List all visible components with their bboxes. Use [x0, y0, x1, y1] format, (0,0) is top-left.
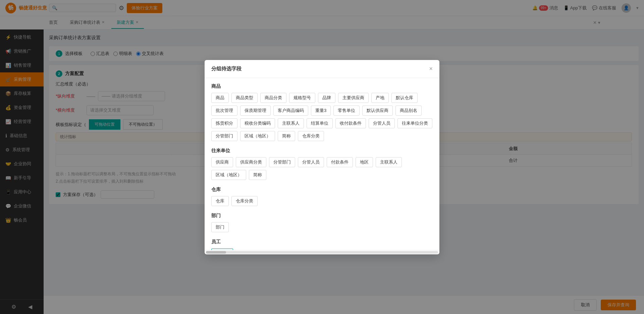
- field-section-1: 往来单位供应商供应商分类分管部门分管人员付款条件地区主联系人区域（地区）简称: [211, 148, 433, 180]
- field-section-4: 员工业务员: [211, 239, 433, 250]
- field-tag-0-12[interactable]: 零售单位: [333, 106, 360, 116]
- field-section-2: 仓库仓库仓库分类: [211, 187, 433, 206]
- field-section-title-0: 商品: [211, 83, 433, 89]
- field-tag-0-4[interactable]: 品牌: [318, 93, 335, 103]
- field-tag-2-0[interactable]: 仓库: [211, 196, 229, 206]
- field-tag-0-5[interactable]: 主要供应商: [338, 93, 369, 103]
- field-tag-0-25[interactable]: 仓库分类: [298, 131, 324, 141]
- field-section-title-4: 员工: [211, 239, 433, 245]
- field-tag-0-21[interactable]: 往来单位分类: [397, 118, 432, 128]
- field-tag-0-20[interactable]: 分管人员: [369, 118, 395, 128]
- modal-header: 分组待选字段 ×: [205, 60, 439, 78]
- hscroll-track: [206, 251, 438, 254]
- field-tag-1-4[interactable]: 付款条件: [327, 157, 353, 167]
- field-tag-0-16[interactable]: 税收分类编码: [240, 118, 275, 128]
- field-tag-3-0[interactable]: 部门: [211, 222, 229, 232]
- field-tag-1-1[interactable]: 供应商分类: [236, 157, 266, 167]
- modal-horizontal-scrollbar[interactable]: [205, 250, 439, 254]
- field-tag-0-7[interactable]: 默认仓库: [391, 93, 418, 103]
- field-tag-1-3[interactable]: 分管人员: [298, 157, 324, 167]
- hscroll-thumb[interactable]: [206, 251, 226, 254]
- modal-title: 分组待选字段: [211, 66, 241, 72]
- modal-overlay: 分组待选字段 × 商品商品商品类型商品分类规格型号品牌主要供应商产地默认仓库批次…: [0, 0, 644, 314]
- field-tag-0-17[interactable]: 主联系人: [278, 118, 304, 128]
- field-tag-0-10[interactable]: 客户商品编码: [273, 106, 308, 116]
- field-tag-0-0[interactable]: 商品: [211, 93, 229, 103]
- field-tag-0-15[interactable]: 拣货积分: [211, 118, 237, 128]
- field-section-title-3: 部门: [211, 213, 433, 219]
- field-section-title-2: 仓库: [211, 187, 433, 193]
- field-tag-0-11[interactable]: 重量3: [311, 106, 331, 116]
- field-section-3: 部门部门: [211, 213, 433, 232]
- field-tag-0-3[interactable]: 规格型号: [289, 93, 315, 103]
- field-section-title-1: 往来单位: [211, 148, 433, 154]
- field-tag-0-6[interactable]: 产地: [371, 93, 389, 103]
- field-tag-0-9[interactable]: 保质期管理: [240, 106, 271, 116]
- field-tag-0-2[interactable]: 商品分类: [260, 93, 286, 103]
- field-tag-1-5[interactable]: 地区: [356, 157, 373, 167]
- field-grid-0: 商品商品类型商品分类规格型号品牌主要供应商产地默认仓库批次管理保质期管理客户商品…: [211, 93, 433, 141]
- field-tag-0-24[interactable]: 简称: [278, 131, 295, 141]
- field-section-0: 商品商品商品类型商品分类规格型号品牌主要供应商产地默认仓库批次管理保质期管理客户…: [211, 83, 433, 141]
- field-tag-1-0[interactable]: 供应商: [211, 157, 233, 167]
- modal-body: 商品商品商品类型商品分类规格型号品牌主要供应商产地默认仓库批次管理保质期管理客户…: [205, 78, 439, 250]
- field-tag-0-18[interactable]: 结算单位: [307, 118, 333, 128]
- field-tag-0-23[interactable]: 区域（地区）: [240, 131, 275, 141]
- field-tag-0-14[interactable]: 商品别名: [395, 106, 422, 116]
- field-tag-0-1[interactable]: 商品类型: [231, 93, 258, 103]
- modal-dialog: 分组待选字段 × 商品商品商品类型商品分类规格型号品牌主要供应商产地默认仓库批次…: [205, 60, 439, 254]
- field-tag-0-19[interactable]: 收付款条件: [335, 118, 366, 128]
- field-tag-0-13[interactable]: 默认供应商: [362, 106, 393, 116]
- field-grid-2: 仓库仓库分类: [211, 196, 433, 206]
- field-tag-0-22[interactable]: 分管部门: [211, 131, 237, 141]
- field-tag-1-6[interactable]: 主联系人: [376, 157, 402, 167]
- modal-close-button[interactable]: ×: [429, 65, 433, 72]
- field-grid-1: 供应商供应商分类分管部门分管人员付款条件地区主联系人区域（地区）简称: [211, 157, 433, 180]
- field-tag-1-2[interactable]: 分管部门: [269, 157, 295, 167]
- field-grid-3: 部门: [211, 222, 433, 232]
- field-tag-1-7[interactable]: 区域（地区）: [211, 170, 246, 180]
- field-tag-0-8[interactable]: 批次管理: [211, 106, 237, 116]
- field-tag-2-1[interactable]: 仓库分类: [231, 196, 258, 206]
- field-tag-1-8[interactable]: 简称: [249, 170, 266, 180]
